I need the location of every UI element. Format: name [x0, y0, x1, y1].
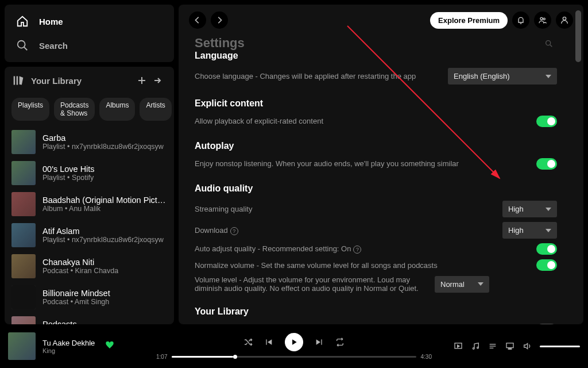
- auto-adjust-toggle[interactable]: [536, 243, 557, 255]
- svg-point-10: [563, 17, 566, 20]
- section-autoplay: Autoplay: [195, 141, 557, 151]
- friends-button[interactable]: [534, 12, 551, 29]
- library-list[interactable]: GarbaPlaylist • nx7ynrbkI8uzu8w6r2jxoqsy…: [5, 126, 174, 324]
- svg-point-0: [18, 41, 25, 48]
- time-total: 4:30: [421, 354, 432, 360]
- streaming-quality-label: Streaming quality: [195, 205, 492, 213]
- language-desc: Choose language - Changes will be applie…: [195, 71, 438, 82]
- now-playing-track[interactable]: Tu Aake Dekhle: [42, 339, 95, 347]
- nav-search[interactable]: Search: [5, 33, 174, 57]
- thumbnail: [11, 316, 36, 324]
- play-button[interactable]: [285, 333, 303, 351]
- svg-point-19: [477, 347, 479, 348]
- help-icon[interactable]: ?: [353, 246, 361, 254]
- nav-forward-button[interactable]: [211, 12, 228, 29]
- section-your-library: Your Library: [195, 306, 557, 317]
- svg-rect-3: [17, 76, 18, 85]
- svg-rect-2: [14, 76, 16, 85]
- search-icon: [16, 39, 29, 52]
- svg-marker-17: [458, 345, 459, 347]
- thumbnail: [11, 161, 36, 185]
- normalize-toggle[interactable]: [536, 259, 557, 271]
- notifications-button[interactable]: [512, 12, 529, 29]
- list-item[interactable]: Baadshah (Original Motion Picture Soundt…: [5, 189, 174, 220]
- section-explicit: Explicit content: [195, 98, 557, 109]
- scrollbar[interactable]: [575, 10, 581, 319]
- chip-podcasts[interactable]: Podcasts & Shows: [54, 98, 95, 121]
- volume-slider[interactable]: [540, 346, 580, 347]
- library-icon: [13, 75, 24, 86]
- shuffle-button[interactable]: [243, 338, 253, 347]
- list-item[interactable]: Chanakya NitiPodcast • Kiran Chavda: [5, 251, 174, 282]
- list-item[interactable]: Billionaire MindsetPodcast • Amit Singh: [5, 282, 174, 313]
- svg-point-8: [540, 17, 543, 20]
- page-title: Settings: [195, 36, 245, 51]
- section-language: Language: [195, 51, 557, 61]
- svg-point-18: [473, 348, 474, 350]
- like-button[interactable]: [105, 340, 114, 352]
- section-audio-quality: Audio quality: [195, 183, 557, 194]
- create-playlist-button[interactable]: [134, 72, 150, 89]
- thumbnail: [11, 254, 36, 278]
- auto-adjust-label: Auto adjust quality - Recommended settin…: [195, 244, 526, 254]
- connect-device-button[interactable]: [505, 342, 514, 351]
- svg-rect-14: [266, 339, 266, 344]
- streaming-quality-select[interactable]: High: [502, 201, 557, 217]
- thumbnail: [11, 223, 36, 247]
- download-quality-select[interactable]: High: [502, 222, 557, 239]
- svg-rect-15: [321, 339, 322, 344]
- normalize-label: Normalize volume - Set the same volume l…: [195, 261, 526, 270]
- svg-rect-24: [508, 348, 511, 349]
- explore-premium-button[interactable]: Explore Premium: [430, 12, 508, 29]
- library-title[interactable]: Your Library: [31, 76, 82, 86]
- lyrics-button[interactable]: [471, 342, 480, 351]
- svg-point-11: [546, 41, 551, 45]
- explicit-desc: Allow playback of explicit-rated content: [195, 116, 526, 127]
- now-playing-view-button[interactable]: [454, 342, 463, 351]
- list-item[interactable]: PodcastsPlaylist • nx7ynrbkI8uzu8w6r2jxo…: [5, 313, 174, 324]
- svg-line-1: [24, 47, 28, 51]
- language-select[interactable]: English (English): [448, 68, 557, 85]
- chip-playlists[interactable]: Playlists: [11, 98, 49, 121]
- now-playing-artist[interactable]: King: [42, 347, 95, 354]
- time-elapsed: 1:07: [156, 354, 167, 360]
- show-more-button[interactable]: [150, 72, 166, 89]
- previous-button[interactable]: [264, 338, 273, 347]
- autoplay-toggle[interactable]: [536, 158, 557, 170]
- search-icon[interactable]: [544, 39, 554, 51]
- svg-point-9: [543, 18, 545, 20]
- profile-button[interactable]: [556, 12, 573, 29]
- next-button[interactable]: [315, 338, 324, 347]
- chip-artists[interactable]: Artists: [140, 98, 171, 121]
- svg-rect-23: [506, 343, 513, 348]
- home-icon: [16, 15, 29, 28]
- list-item[interactable]: 00's Love HitsPlaylist • Spotify: [5, 158, 174, 189]
- nav-search-label: Search: [39, 41, 68, 51]
- progress-bar[interactable]: [172, 356, 416, 358]
- chip-albums[interactable]: Albums: [99, 98, 135, 121]
- list-item[interactable]: GarbaPlaylist • nx7ynrbkI8uzu8w6r2jxoqsy…: [5, 126, 174, 158]
- queue-button[interactable]: [488, 342, 497, 351]
- volume-level-label: Volume level - Adjust the volume for you…: [195, 275, 424, 293]
- volume-level-select[interactable]: Normal: [435, 276, 489, 293]
- nav-home-label: Home: [39, 17, 63, 26]
- explicit-toggle[interactable]: [536, 116, 557, 127]
- local-files-toggle[interactable]: [536, 324, 557, 324]
- nav-back-button[interactable]: [189, 12, 206, 29]
- nav-home[interactable]: Home: [5, 9, 174, 33]
- list-item[interactable]: Atif AslamPlaylist • nx7ynrbkI8uzu8w6r2j…: [5, 220, 174, 251]
- now-playing-art[interactable]: [8, 332, 36, 360]
- volume-button[interactable]: [523, 342, 532, 351]
- repeat-button[interactable]: [335, 338, 345, 347]
- thumbnail: [11, 192, 36, 216]
- help-icon[interactable]: ?: [230, 227, 238, 235]
- download-quality-label: Download?: [195, 226, 492, 235]
- svg-line-12: [550, 45, 552, 47]
- thumbnail: [11, 285, 36, 309]
- autoplay-desc: Enjoy nonstop listening. When your audio…: [195, 158, 526, 170]
- thumbnail: [11, 130, 36, 154]
